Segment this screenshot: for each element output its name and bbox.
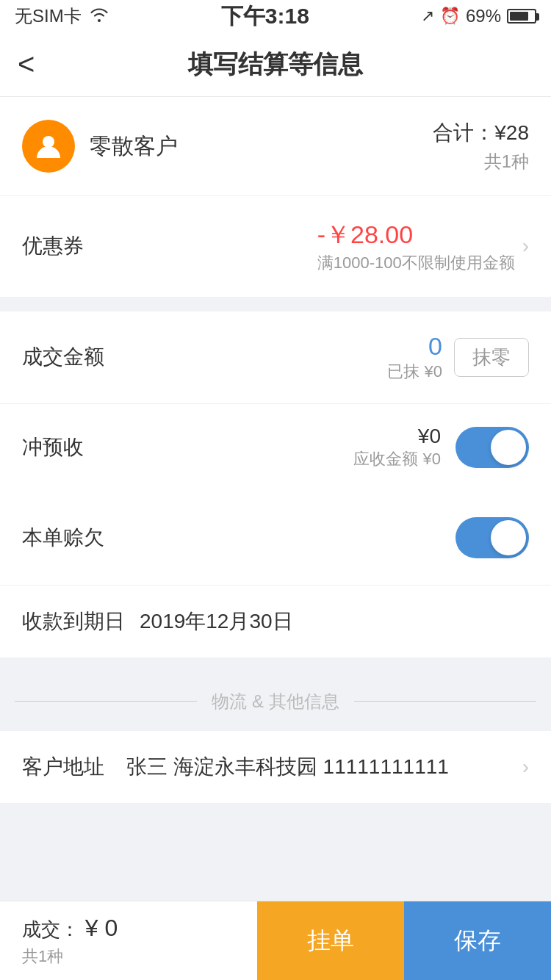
pending-button[interactable]: 挂单 [257, 901, 404, 980]
deal-amount-sub: 已抹 ¥0 [387, 361, 442, 383]
pre-collection-amount-col: ¥0 应收金额 ¥0 [353, 425, 441, 470]
customer-section: 零散客户 合计：¥28 共1种 优惠券 -￥28.00 满1000-100不限制… [0, 97, 551, 297]
coupon-row[interactable]: 优惠券 -￥28.00 满1000-100不限制使用金额 › [0, 195, 551, 297]
coupon-desc: 满1000-100不限制使用金额 [317, 252, 515, 275]
deal-amount-row: 成交金额 0 已抹 ¥0 抹零 [0, 311, 551, 404]
alarm-icon: ⏰ [440, 7, 460, 26]
bottom-deal-row: 成交： ¥ 0 [22, 915, 235, 943]
pre-collection-row: 冲预收 ¥0 应收金额 ¥0 [0, 404, 551, 491]
svg-point-0 [43, 136, 54, 148]
address-chevron-icon: › [522, 755, 529, 779]
deal-amount-section: 成交金额 0 已抹 ¥0 抹零 冲预收 ¥0 应收金额 ¥0 [0, 311, 551, 491]
status-bar: 无SIM卡 下午3:18 ↗ ⏰ 69% [0, 0, 551, 32]
back-button[interactable]: < [18, 48, 35, 81]
due-date-value: 2019年12月30日 [140, 608, 293, 635]
due-date-row[interactable]: 收款到期日 2019年12月30日 [0, 585, 551, 657]
due-date-label: 收款到期日 [22, 608, 125, 635]
coupon-label: 优惠券 [22, 232, 84, 260]
address-section: 客户地址 张三 海淀永丰科技园 11111111111 › [0, 731, 551, 803]
logistics-separator: 物流 & 其他信息 [0, 672, 551, 731]
avatar [22, 120, 75, 173]
address-value: 张三 海淀永丰科技园 11111111111 [126, 753, 515, 781]
nav-bar: < 填写结算等信息 [0, 32, 551, 97]
debt-toggle[interactable] [455, 517, 529, 558]
coupon-right: -￥28.00 满1000-100不限制使用金额 › [317, 218, 529, 275]
save-button[interactable]: 保存 [404, 901, 551, 980]
page-title: 填写结算等信息 [188, 48, 363, 82]
address-label: 客户地址 [22, 753, 104, 781]
debt-section: 本单赊欠 收款到期日 2019年12月30日 [0, 491, 551, 657]
status-time: 下午3:18 [221, 1, 309, 32]
carrier-text: 无SIM卡 [15, 4, 82, 28]
customer-total: 合计：¥28 共1种 [433, 119, 529, 173]
deal-amount-value: 0 [387, 332, 442, 361]
status-right: ↗ ⏰ 69% [421, 6, 536, 26]
status-left: 无SIM卡 [15, 4, 109, 28]
battery-icon [507, 9, 536, 24]
customer-row: 零散客户 合计：¥28 共1种 [0, 97, 551, 195]
total-count: 共1种 [433, 150, 529, 173]
wifi-icon [89, 6, 109, 26]
bottom-bar: 成交： ¥ 0 共1种 挂单 保存 [0, 901, 551, 980]
battery-percent: 69% [466, 6, 501, 26]
coupon-discount: -￥28.00 [317, 218, 515, 252]
debt-label: 本单赊欠 [22, 524, 104, 552]
round-button[interactable]: 抹零 [454, 338, 529, 377]
pre-collection-toggle[interactable] [455, 427, 529, 468]
bottom-count: 共1种 [22, 945, 235, 968]
toggle-knob [491, 430, 526, 465]
pre-collection-amount: ¥0 [353, 425, 441, 448]
bottom-deal-amount: ¥ 0 [85, 915, 118, 941]
customer-name: 零散客户 [90, 131, 178, 162]
customer-info: 零散客户 [22, 120, 178, 173]
logistics-sep-text: 物流 & 其他信息 [212, 690, 339, 713]
deal-amount-label: 成交金额 [22, 343, 104, 371]
location-icon: ↗ [421, 7, 434, 26]
pre-collection-receivable: 应收金额 ¥0 [353, 448, 441, 470]
pre-collection-right: ¥0 应收金额 ¥0 [353, 425, 529, 470]
bottom-deal-label: 成交： [22, 918, 79, 940]
deal-amount-col: 0 已抹 ¥0 [387, 332, 442, 383]
bottom-info: 成交： ¥ 0 共1种 [0, 901, 257, 980]
total-amount: 合计：¥28 [433, 119, 529, 147]
address-row[interactable]: 客户地址 张三 海淀永丰科技园 11111111111 › [0, 731, 551, 803]
debt-row: 本单赊欠 [0, 491, 551, 585]
debt-toggle-knob [491, 520, 526, 555]
pre-collection-label: 冲预收 [22, 433, 84, 461]
chevron-right-icon: › [522, 234, 529, 258]
deal-amount-right: 0 已抹 ¥0 抹零 [387, 332, 529, 383]
